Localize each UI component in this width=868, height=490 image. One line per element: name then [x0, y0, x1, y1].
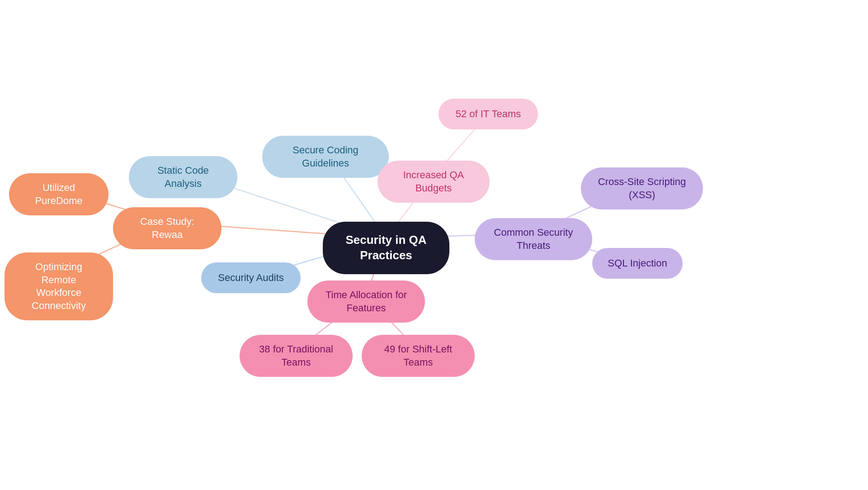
- node-commonThreats: Common Security Threats: [475, 218, 592, 260]
- node-traditional: 38 for Traditional Teams: [240, 335, 353, 377]
- mind-map: Security in QA PracticesSecure Coding Gu…: [0, 0, 868, 490]
- node-center: Security in QA Practices: [323, 222, 449, 274]
- node-timeAllocation: Time Allocation for Features: [307, 281, 425, 323]
- node-caseStudy: Case Study: Rewaa: [113, 207, 222, 249]
- node-secureCoding: Secure Coding Guidelines: [262, 136, 389, 178]
- node-shiftLeft: 49 for Shift-Left Teams: [362, 335, 475, 377]
- node-utilizedPureDome: Utilized PureDome: [9, 173, 108, 215]
- node-itTeams: 52 of IT Teams: [439, 99, 538, 129]
- node-optimizingRemote: Optimizing Remote Workforce Connectivity: [5, 252, 113, 320]
- node-xss: Cross-Site Scripting (XSS): [581, 167, 703, 209]
- node-staticCode: Static Code Analysis: [129, 156, 237, 198]
- node-sqlInjection: SQL Injection: [592, 248, 683, 279]
- node-securityAudits: Security Audits: [201, 262, 301, 293]
- node-increasedQA: Increased QA Budgets: [377, 161, 490, 203]
